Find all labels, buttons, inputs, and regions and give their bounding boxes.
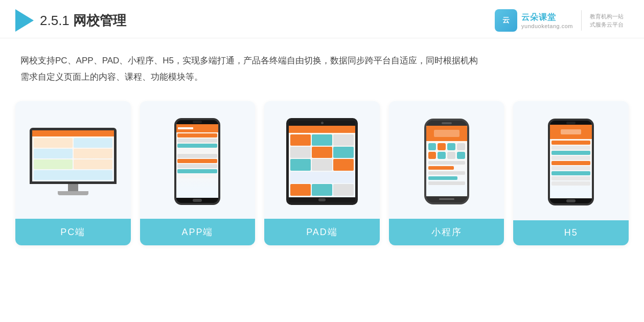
h5-row-8 xyxy=(551,176,590,180)
screen-block-1 xyxy=(34,138,73,148)
tab-block-5 xyxy=(312,147,332,158)
mini-icon-3 xyxy=(447,143,455,150)
mini-icons-grid xyxy=(426,141,467,161)
mini-icon-4 xyxy=(457,143,465,150)
h5-row-5 xyxy=(551,161,590,165)
tab-block-4 xyxy=(290,147,311,158)
app-row-2 xyxy=(177,139,217,143)
h5-row-4 xyxy=(551,156,590,160)
monitor-neck xyxy=(68,184,78,191)
h5-row-1 xyxy=(551,141,590,145)
tab-block-12 xyxy=(312,184,332,195)
mini-phone-screen xyxy=(426,126,467,196)
monitor-screen xyxy=(32,130,114,181)
screen-block-2 xyxy=(74,138,112,148)
screen-bar-detail xyxy=(34,132,55,134)
tab-block-6 xyxy=(333,147,354,158)
card-app: APP端 xyxy=(140,101,256,245)
monitor-body xyxy=(30,128,117,184)
app-screen-header xyxy=(176,124,218,132)
pad-screen-header xyxy=(289,126,355,133)
mini-bottom-bar xyxy=(439,198,454,200)
tab-block-3 xyxy=(333,134,354,146)
logo-divider xyxy=(581,10,582,31)
h5-row-6 xyxy=(551,166,590,170)
triangle-logo-icon xyxy=(15,9,34,32)
mini-icon-8 xyxy=(457,152,465,159)
tab-block-7 xyxy=(290,159,311,170)
app-phone-notch xyxy=(176,120,218,124)
monitor-screen-content xyxy=(32,136,114,181)
mini-banner-text xyxy=(434,130,459,137)
tab-block-10 xyxy=(290,172,354,183)
app-header-text xyxy=(178,127,193,129)
pad-tablet-body xyxy=(286,118,358,205)
screen-block-7 xyxy=(34,170,112,180)
cards-section: PC端 xyxy=(0,96,644,256)
app-phone-home xyxy=(176,198,218,203)
app-row-6 xyxy=(177,159,217,163)
screen-block-4 xyxy=(74,149,112,158)
monitor-screen-bar xyxy=(32,130,114,136)
app-row-5 xyxy=(177,154,217,158)
pad-home-btn xyxy=(318,198,326,201)
card-pc: PC端 xyxy=(15,101,131,245)
logo-text-block: 云朵课堂 yunduoketang.com xyxy=(521,12,573,29)
header-left: 2.5.1 网校管理 xyxy=(15,9,126,32)
app-home-btn xyxy=(193,199,202,202)
app-notch-dot xyxy=(193,121,202,123)
card-mini-device-area xyxy=(389,101,504,219)
card-h5: H5 xyxy=(513,101,629,245)
screen-block-5 xyxy=(34,159,73,169)
mini-icon-5 xyxy=(428,152,436,159)
app-row-4 xyxy=(177,149,217,153)
h5-phone-home xyxy=(550,198,592,203)
app-row-1 xyxy=(177,133,217,137)
mini-icon-2 xyxy=(438,143,446,150)
tab-block-11 xyxy=(290,184,311,195)
mini-row-5 xyxy=(428,181,465,185)
mini-icon-7 xyxy=(447,152,455,159)
mini-phone-top xyxy=(426,121,467,126)
description-line2: 需求自定义页面上的内容、课程、功能模块等。 xyxy=(20,69,624,85)
mini-banner xyxy=(426,126,467,141)
h5-row-7 xyxy=(551,171,590,175)
h5-banner xyxy=(550,125,592,139)
pad-tablet-mockup xyxy=(286,118,358,205)
card-miniprogram-label: 小程序 xyxy=(389,219,504,245)
tab-block-8 xyxy=(312,159,332,170)
card-app-device-area xyxy=(140,101,256,219)
h5-banner-text xyxy=(561,129,581,134)
mini-phone-mockup xyxy=(424,119,469,204)
card-pad-device-area xyxy=(264,101,380,219)
description-line1: 网校支持PC、APP、PAD、小程序、H5，实现多端打通，产品各终端自由切换，数… xyxy=(20,53,624,69)
card-pc-label: PC端 xyxy=(15,219,131,245)
h5-row-2 xyxy=(551,146,590,150)
header: 2.5.1 网校管理 云朵课堂 yunduoketang.com 教育机构一站 … xyxy=(0,0,644,38)
h5-phone-screen xyxy=(550,125,592,198)
monitor-base xyxy=(58,191,88,195)
app-phone-body xyxy=(174,118,220,205)
pad-camera xyxy=(321,122,324,124)
h5-row-3 xyxy=(551,151,590,155)
screen-block-3 xyxy=(34,149,73,158)
h5-row-9 xyxy=(551,181,590,186)
tab-block-1 xyxy=(290,134,311,146)
app-phone-screen xyxy=(176,124,218,198)
mini-row-3 xyxy=(428,171,465,175)
mini-row-2 xyxy=(428,166,454,170)
h5-home-btn xyxy=(566,199,576,202)
card-miniprogram: 小程序 xyxy=(389,101,504,245)
tab-block-9 xyxy=(333,159,354,170)
card-pc-device-area xyxy=(15,101,131,219)
tab-block-2 xyxy=(312,134,332,146)
pad-tablet-bottom xyxy=(289,197,355,202)
app-screen-body xyxy=(176,132,218,198)
app-phone-mockup xyxy=(174,118,220,205)
h5-phone-mockup xyxy=(548,119,594,205)
mini-icon-6 xyxy=(438,152,446,159)
h5-notch xyxy=(550,121,592,125)
pc-monitor xyxy=(30,128,117,195)
card-pad: PAD端 xyxy=(264,101,380,245)
h5-notch-dot xyxy=(566,122,576,124)
